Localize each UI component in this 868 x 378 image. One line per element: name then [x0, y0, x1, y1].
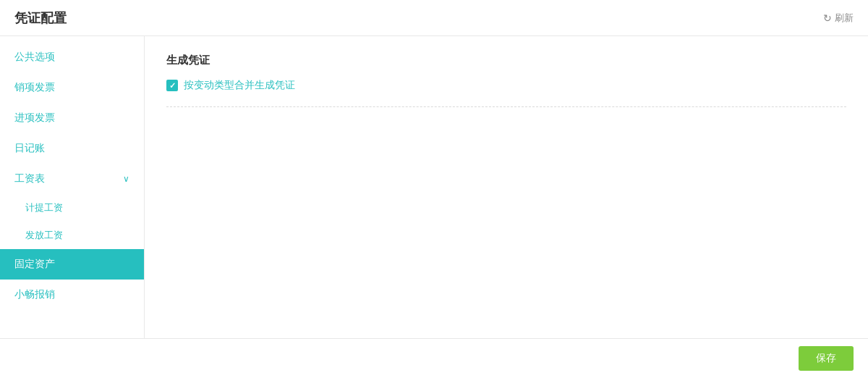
sidebar-item-payroll-payment[interactable]: 发放工资 [0, 222, 144, 249]
merge-by-type-checkbox[interactable]: ✓ [166, 80, 178, 91]
sidebar-item-label: 发放工资 [25, 230, 63, 240]
section-divider [166, 106, 846, 107]
page-title: 凭证配置 [14, 9, 67, 27]
chevron-down-icon: ∨ [123, 174, 129, 184]
sidebar-item-label: 公共选项 [14, 51, 55, 64]
sidebar-item-label: 销项发票 [14, 81, 55, 94]
save-button[interactable]: 保存 [799, 346, 854, 371]
sidebar-item-label: 计提工资 [25, 202, 63, 213]
sidebar-item-label: 小畅报销 [14, 288, 55, 301]
sidebar-item-payroll-accrual[interactable]: 计提工资 [0, 194, 144, 222]
check-mark-icon: ✓ [169, 82, 176, 90]
sidebar-item-label: 日记账 [14, 142, 45, 155]
section-title: 生成凭证 [166, 54, 846, 67]
content-area: 生成凭证 ✓ 按变动类型合并生成凭证 [145, 36, 868, 338]
main-content: 公共选项 销项发票 进项发票 日记账 工资表 ∨ 计提工资 发放工资 固定资产 … [0, 36, 868, 338]
sidebar-item-purchase-invoice[interactable]: 进项发票 [0, 103, 144, 133]
sidebar-item-public-options[interactable]: 公共选项 [0, 42, 144, 72]
refresh-button[interactable]: ↻ 刷新 [823, 12, 854, 25]
sidebar-item-label: 进项发票 [14, 112, 55, 125]
header: 凭证配置 ↻ 刷新 [0, 0, 868, 36]
sidebar-item-fixed-assets[interactable]: 固定资产 [0, 249, 144, 280]
refresh-icon: ↻ [823, 12, 832, 24]
checkbox-row: ✓ 按变动类型合并生成凭证 [166, 79, 846, 92]
sidebar-item-expense-report[interactable]: 小畅报销 [0, 280, 144, 310]
refresh-label: 刷新 [835, 12, 854, 25]
sidebar: 公共选项 销项发票 进项发票 日记账 工资表 ∨ 计提工资 发放工资 固定资产 … [0, 36, 145, 338]
sidebar-item-label: 工资表 [14, 172, 45, 185]
sidebar-item-label: 固定资产 [14, 258, 55, 271]
sidebar-item-sales-invoice[interactable]: 销项发票 [0, 72, 144, 103]
footer: 保存 [0, 338, 868, 378]
sidebar-item-payroll[interactable]: 工资表 ∨ [0, 164, 144, 194]
checkbox-label[interactable]: 按变动类型合并生成凭证 [184, 79, 295, 92]
sidebar-item-journal[interactable]: 日记账 [0, 133, 144, 164]
